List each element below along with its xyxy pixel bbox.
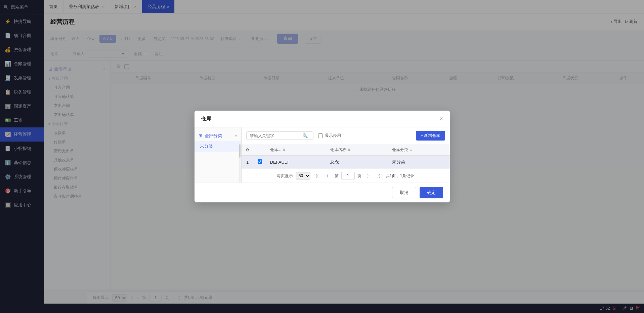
modal-header: 仓库 × <box>195 111 450 127</box>
modal-per-page-label: 每页显示 <box>277 173 293 179</box>
modal-sidebar-scrollbar <box>239 144 241 183</box>
modal-search-box[interactable]: 🔍 <box>246 131 313 140</box>
grid-icon-modal: ⊞ <box>199 133 202 138</box>
add-warehouse-button[interactable]: + 新增仓库 <box>416 131 445 141</box>
warehouse-table: ⚙ 仓库... ⇅ 仓库名称 ⇅ <box>242 144 450 169</box>
row-category: 未分类 <box>388 156 450 169</box>
modal-action-buttons: 取消 确定 <box>195 183 450 202</box>
modal-warehouse: 仓库 × ⊞ 全部分类 « 未分类 <box>195 111 450 202</box>
modal-search-input[interactable] <box>250 133 300 138</box>
col-warehouse-name[interactable]: 仓库名称 ⇅ <box>326 144 388 156</box>
show-disabled-checkbox[interactable] <box>318 133 323 138</box>
modal-sidebar-header: ⊞ 全部分类 « <box>195 131 241 141</box>
col-warehouse-code-label: 仓库... <box>270 147 282 152</box>
modal-sidebar-scroll-thumb <box>239 144 241 158</box>
modal-pagination: 每页显示 50 ⟨⟨ ⟨ 第 页 ⟩ ⟩⟩ 共1页，1条记录 <box>242 169 450 183</box>
modal-title: 仓库 <box>201 116 211 122</box>
row-checkbox-cell[interactable] <box>254 156 266 169</box>
modal-toolbar: 🔍 显示停用 + 新增仓库 <box>242 127 450 144</box>
sort-icon-name[interactable]: ⇅ <box>348 148 350 152</box>
search-icon-modal: 🔍 <box>302 133 308 138</box>
modal-page-label: 第 <box>335 173 339 179</box>
sort-icon-category[interactable]: ⇅ <box>409 148 412 152</box>
table-row[interactable]: 1 DEFAULT 总仓 未分类 <box>242 156 450 169</box>
modal-per-page-select[interactable]: 50 <box>296 172 310 180</box>
col-select <box>254 144 266 156</box>
modal-right-content: 🔍 显示停用 + 新增仓库 ⚙ <box>242 127 450 183</box>
modal-close-button[interactable]: × <box>439 115 443 122</box>
col-warehouse-category[interactable]: 仓库分类 ⇅ <box>388 144 450 156</box>
warehouse-table-header: ⚙ 仓库... ⇅ 仓库名称 ⇅ <box>242 144 450 156</box>
modal-total-info: 共1页，1条记录 <box>386 173 414 179</box>
row-code: DEFAULT <box>266 156 327 169</box>
modal-table: ⚙ 仓库... ⇅ 仓库名称 ⇅ <box>242 144 450 169</box>
modal-first-page-btn[interactable]: ⟨⟨ <box>313 172 321 180</box>
modal-body: ⊞ 全部分类 « 未分类 🔍 <box>195 127 450 183</box>
col-warehouse-name-label: 仓库名称 <box>330 147 346 152</box>
row-name: 总仓 <box>326 156 388 169</box>
modal-next-page-btn[interactable]: ⟩ <box>364 172 372 180</box>
modal-page-suffix: 页 <box>357 173 361 179</box>
modal-last-page-btn[interactable]: ⟩⟩ <box>375 172 383 180</box>
confirm-button[interactable]: 确定 <box>420 187 443 198</box>
modal-overlay: 仓库 × ⊞ 全部分类 « 未分类 <box>0 0 644 313</box>
col-warehouse-code[interactable]: 仓库... ⇅ <box>266 144 327 156</box>
row-checkbox[interactable] <box>258 159 262 164</box>
modal-sidebar-all-text: 全部分类 <box>205 133 222 138</box>
sort-icon-code[interactable]: ⇅ <box>283 148 285 152</box>
modal-sidebar-item-uncategorized[interactable]: 未分类 <box>195 141 241 152</box>
modal-sidebar: ⊞ 全部分类 « 未分类 <box>195 127 242 183</box>
modal-prev-page-btn[interactable]: ⟨ <box>324 172 332 180</box>
modal-sidebar-collapse[interactable]: « <box>234 133 237 139</box>
show-disabled-label: 显示停用 <box>325 133 341 139</box>
row-num: 1 <box>242 156 254 169</box>
modal-page-input[interactable] <box>341 172 355 180</box>
col-settings-gear[interactable]: ⚙ <box>242 144 254 156</box>
cancel-button[interactable]: 取消 <box>392 187 416 198</box>
show-disabled-group: 显示停用 <box>318 133 341 139</box>
modal-sidebar-all-label[interactable]: ⊞ 全部分类 <box>199 133 222 139</box>
col-warehouse-category-label: 仓库分类 <box>392 147 408 152</box>
